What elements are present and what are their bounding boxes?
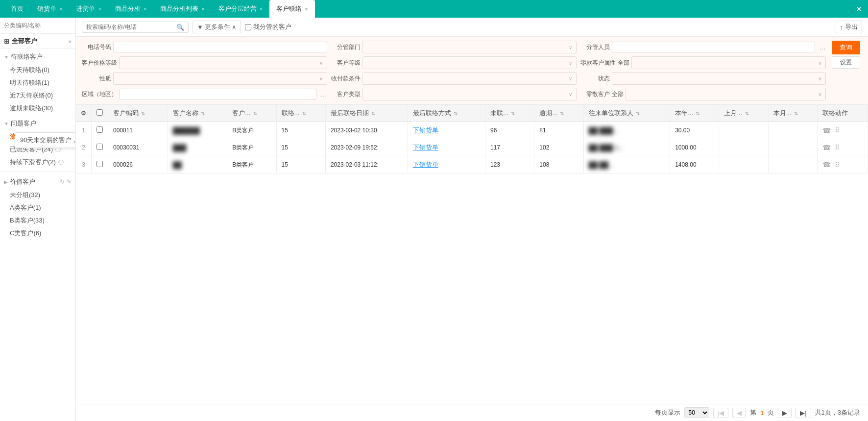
filter-row-3: 性质 ∨ 收付款条件 ∨ — [82, 72, 826, 85]
window-close-button[interactable]: ✕ — [854, 2, 864, 16]
region-input[interactable] — [119, 89, 316, 99]
settings-button[interactable]: 设置 — [832, 56, 860, 69]
row-num: 2 — [76, 139, 92, 156]
customer-type-select[interactable]: ∨ — [362, 88, 577, 100]
tab-product-analysis[interactable]: 商品分析 × — [108, 0, 153, 18]
contact-sort-icon[interactable]: ⇅ — [302, 111, 306, 116]
prev-page-button[interactable]: ◀ — [732, 408, 746, 418]
page-size-select[interactable]: 50 100 200 — [684, 407, 709, 418]
tab-purchase-order[interactable]: 进货单 × — [69, 0, 108, 18]
price-level-select[interactable]: ∨ — [119, 56, 327, 69]
more-conditions-button[interactable]: ▼ 更多条件 ∧ — [193, 21, 241, 33]
unit-contact-sort-icon[interactable]: ⇅ — [636, 111, 640, 116]
col-unit-contact: 往来单位联系人 ⇅ — [583, 105, 670, 122]
tab-sales-order-close[interactable]: × — [59, 6, 62, 12]
row-code: 000026 — [108, 156, 168, 173]
this-year-sort-icon[interactable]: ⇅ — [696, 111, 699, 116]
status-select[interactable]: ∨ — [612, 72, 826, 85]
sidebar-item-unclassified[interactable]: 未分组(32) — [0, 189, 75, 201]
last-method-link[interactable]: 下销货单 — [413, 144, 438, 151]
zero-customer-select[interactable]: ∨ — [626, 88, 826, 100]
row-checkbox[interactable] — [92, 139, 108, 156]
row-code: 00030031 — [108, 139, 168, 156]
next-page-button[interactable]: ▶ — [778, 408, 792, 418]
more-action-icon[interactable]: ⠿ — [835, 161, 840, 169]
sidebar-item-class-a[interactable]: A类客户(1) — [0, 201, 75, 214]
tab-sales-order[interactable]: 销货单 × — [30, 0, 69, 18]
row-contact: 15 — [276, 139, 325, 156]
pending-contact-arrow: ▼ — [4, 54, 9, 60]
tab-customer-contact-close[interactable]: × — [305, 6, 308, 12]
sidebar-item-declining[interactable]: 持续下滑客户(2) ⓘ — [0, 156, 75, 169]
tab-product-analysis-close[interactable]: × — [144, 6, 146, 12]
tab-bar: 首页 销货单 × 进货单 × 商品分析 × 商品分析列表 × 客户分层经营 × … — [0, 0, 868, 18]
sidebar-item-week-contact[interactable]: 近7天待联络(0) — [0, 89, 75, 102]
tab-customer-segment-close[interactable]: × — [260, 6, 263, 12]
overdue-sort-icon[interactable]: ⇅ — [560, 111, 564, 116]
last-method-link[interactable]: 下销货单 — [413, 161, 438, 168]
more-action-icon[interactable]: ⠿ — [835, 126, 840, 134]
refresh-icon[interactable]: ↻ — [60, 178, 65, 185]
contact-action-icon[interactable]: ☎ — [822, 161, 831, 169]
filter-search-icon[interactable]: 🔍 — [176, 24, 184, 31]
last-method-sort-icon[interactable]: ⇅ — [454, 111, 458, 116]
no-contact-sort-icon[interactable]: ⇅ — [511, 111, 515, 116]
tab-customer-segment[interactable]: 客户分层经营 × — [212, 0, 269, 18]
filter-zero-attr: 零款客户属性 全部 ∨ — [580, 56, 826, 69]
filter-zero-customer: 零散客户 全部 ∨ — [580, 88, 826, 100]
row-checkbox[interactable] — [92, 122, 108, 139]
filter-search-input[interactable] — [86, 24, 174, 30]
select-all-checkbox[interactable] — [96, 109, 103, 116]
more-action-icon[interactable]: ⠿ — [835, 144, 840, 151]
code-sort-icon[interactable]: ⇅ — [141, 111, 145, 116]
edit-icon[interactable]: ✎ — [67, 178, 72, 185]
row-no-contact: 117 — [485, 139, 534, 156]
customer-level-select[interactable]: ∨ — [362, 56, 577, 69]
last-page-button[interactable]: ▶| — [796, 408, 811, 418]
tab-product-list[interactable]: 商品分析列表 × — [153, 0, 211, 18]
problem-customer-header[interactable]: ▼ 问题客户 — [0, 117, 75, 130]
type-sort-icon[interactable]: ⇅ — [253, 111, 257, 116]
tab-home[interactable]: 首页 — [4, 0, 30, 18]
region-more-icon[interactable]: … — [320, 90, 327, 98]
sidebar-item-today-contact[interactable]: 今天待联络(0) — [0, 64, 75, 76]
query-button[interactable]: 查询 — [832, 41, 860, 54]
tab-product-list-close[interactable]: × — [201, 6, 204, 12]
name-sort-icon[interactable]: ⇅ — [201, 111, 205, 116]
row-checkbox[interactable] — [92, 156, 108, 173]
tab-purchase-order-close[interactable]: × — [98, 6, 101, 12]
manager-input[interactable] — [612, 42, 815, 52]
sidebar-item-class-c[interactable]: C类客户(6) — [0, 227, 75, 240]
tab-customer-contact[interactable]: 客户联络 × — [269, 0, 314, 18]
last-method-link[interactable]: 下销货单 — [413, 126, 438, 134]
sidebar-search-input[interactable] — [4, 22, 76, 29]
row-contact: 15 — [276, 122, 325, 139]
table-row: 2 00030031 ███ B类客户 15 2023-02-09 19:52:… — [76, 139, 868, 156]
col-checkbox[interactable] — [92, 105, 108, 122]
first-page-button[interactable]: |◀ — [713, 408, 728, 418]
filter-price-level: 客户价格等级 ∨ — [82, 56, 327, 69]
manager-more-icon[interactable]: … — [819, 43, 826, 51]
my-customers-checkbox[interactable] — [245, 24, 251, 30]
row-no-contact: 123 — [485, 156, 534, 173]
export-button[interactable]: ↑ 导出 — [836, 21, 863, 33]
sidebar-item-class-b[interactable]: B类客户(33) — [0, 214, 75, 227]
last-date-sort-icon[interactable]: ⇅ — [371, 111, 375, 116]
this-month-sort-icon[interactable]: ⇅ — [794, 111, 798, 116]
zero-attr-select[interactable]: ∨ — [631, 56, 826, 69]
gender-select[interactable]: ∨ — [113, 72, 327, 85]
dept-select[interactable]: ∨ — [362, 41, 577, 53]
col-overdue: 逾期... ⇅ — [534, 105, 583, 122]
sidebar-item-overdue-contact[interactable]: 逾期未联络(30) — [0, 102, 75, 115]
pending-contact-header[interactable]: ▼ 待联络客户 — [0, 50, 75, 64]
col-contact: 联络... ⇅ — [276, 105, 325, 122]
col-settings[interactable]: ⚙ — [76, 105, 92, 122]
value-customer-header[interactable]: ▶ 价值客户 ↻ ✎ — [0, 175, 75, 189]
all-customers-header[interactable]: ⊞ 全部客户 « — [0, 34, 75, 49]
payment-select[interactable]: ∨ — [362, 72, 577, 85]
contact-action-icon[interactable]: ☎ — [822, 126, 831, 134]
sidebar-item-tomorrow-contact[interactable]: 明天待联络(1) — [0, 76, 75, 89]
last-month-sort-icon[interactable]: ⇅ — [745, 111, 749, 116]
phone-input[interactable] — [113, 42, 327, 52]
contact-action-icon[interactable]: ☎ — [822, 144, 831, 151]
